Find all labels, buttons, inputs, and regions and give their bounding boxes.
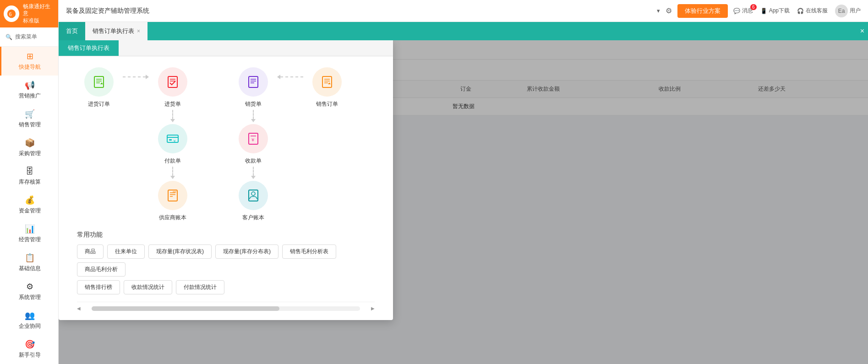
svg-rect-11: [169, 139, 172, 141]
system-dropdown-icon[interactable]: ▾: [657, 7, 660, 14]
message-icon: 💬: [733, 8, 740, 14]
message-badge: 6: [750, 4, 757, 10]
btn-sales-profit-analysis[interactable]: 销售毛利分析表: [282, 244, 336, 259]
sidebar-logo: 6 畅康通好生意 标准版: [0, 0, 58, 27]
operations-icon: 📊: [25, 224, 35, 234]
btn-product[interactable]: 商品: [77, 244, 104, 259]
sales-icon: 🛒: [25, 109, 35, 119]
svg-text:￥: ￥: [173, 139, 176, 143]
quick-guide-modal: 销售订单执行表: [59, 40, 393, 320]
overlay[interactable]: 销售订单执行表: [59, 40, 868, 364]
customer-ledger-icon: [239, 181, 268, 210]
modal-tab-active[interactable]: 销售订单执行表: [59, 40, 119, 56]
flow-node-purchase-order: 进货订单: [84, 67, 114, 108]
svg-rect-27: [322, 76, 332, 87]
svg-point-26: [251, 192, 255, 196]
svg-text:￥: ￥: [251, 137, 255, 142]
tab-close-icon[interactable]: ×: [137, 28, 140, 34]
top-header: 装备及固定资产辅助管理系统 ▾ ⚙ 体验行业方案 💬 消息 6 📱 App下载 …: [59, 0, 868, 22]
tab-sales-order[interactable]: 销售订单执行表 ×: [85, 22, 147, 40]
sale-bill-icon: [239, 67, 268, 97]
modal-body: 进货订单: [59, 56, 393, 320]
flow-diagram: 进货订单: [77, 67, 375, 222]
arrow-receipt-down: [251, 167, 256, 179]
user-action[interactable]: Ea 用户: [835, 5, 861, 17]
receipt-icon: ￥: [239, 124, 268, 153]
purchase-order-icon: [84, 67, 114, 97]
svg-rect-17: [173, 191, 176, 193]
newbie-icon: 🎯: [25, 339, 35, 349]
sidebar-item-inventory[interactable]: 🗄 库存核算: [0, 162, 58, 190]
common-buttons-row2: 销售排行榜 收款情况统计 付款情况统计: [77, 280, 375, 294]
arrow-payment-down: [170, 167, 175, 179]
sidebar-item-sales[interactable]: 🛒 销售管理: [0, 104, 58, 133]
flow-node-purchase-bill: 进货单: [158, 67, 187, 108]
tab-home[interactable]: 首页: [59, 22, 85, 40]
service-icon: 🎧: [797, 8, 804, 14]
tab-bar: 首页 销售订单执行表 × ×: [59, 22, 868, 40]
search-icon: 🔍: [5, 34, 12, 40]
btn-stock-distribution[interactable]: 现存量(库存分布表): [215, 244, 278, 259]
btn-sales-ranking[interactable]: 销售排行榜: [77, 280, 120, 294]
logo-text: 畅康通好生意 标准版: [23, 3, 55, 25]
sidebar-item-finance[interactable]: 💰 资金管理: [0, 190, 58, 219]
online-service-action[interactable]: 🎧 在线客服: [797, 7, 828, 15]
page-content: ❓ 帮助 🖨 按模板打印 ▾ 📤 导出 🔄 刷新: [59, 40, 868, 364]
sidebar-item-newbie[interactable]: 🎯 新手引导: [0, 335, 58, 364]
common-functions: 常用功能 商品 往来单位 现存量(库存状况表) 现存量(库存分布表) 销售毛利分…: [77, 231, 375, 294]
sale-order-icon: [312, 67, 342, 97]
user-avatar: Ea: [835, 5, 848, 17]
logo-icon: 6: [4, 5, 19, 22]
tab-close-all-icon[interactable]: ×: [860, 27, 864, 35]
supplier-ledger-icon: [158, 181, 187, 210]
scroll-left-arrow[interactable]: ◀: [77, 306, 81, 311]
finance-icon: 💰: [25, 195, 35, 205]
search-menu-button[interactable]: 🔍 搜索菜单: [4, 31, 55, 43]
payment-icon: ￥: [158, 124, 187, 153]
download-icon: 📱: [760, 8, 767, 14]
sidebar-nav: ⊞ 快捷导航 📢 营销推广 🛒 销售管理 📦 采购管理 🗄 库存核算 💰: [0, 47, 58, 364]
marketing-icon: 📢: [25, 80, 35, 90]
svg-rect-2: [94, 76, 104, 87]
sidebar-search[interactable]: 🔍 搜索菜单: [0, 27, 58, 47]
flow-node-customer-ledger: 客户账本: [239, 181, 268, 222]
inventory-icon: 🗄: [26, 167, 34, 176]
sidebar-item-operations[interactable]: 📊 经营管理: [0, 219, 58, 248]
settings-icon[interactable]: ⚙: [666, 6, 672, 15]
sidebar-item-purchase[interactable]: 📦 采购管理: [0, 133, 58, 162]
sidebar-item-system[interactable]: ⚙ 系统管理: [0, 277, 58, 306]
flow-node-payment: ￥ 付款单: [158, 124, 187, 165]
scroll-track[interactable]: [92, 306, 360, 311]
btn-product-profit[interactable]: 商品毛利分析: [77, 262, 126, 277]
app-download-action[interactable]: 📱 App下载: [760, 7, 790, 15]
btn-payment-stats[interactable]: 付款情况统计: [176, 280, 224, 294]
sidebar-item-marketing[interactable]: 📢 营销推广: [0, 76, 58, 104]
sidebar: 6 畅康通好生意 标准版 🔍 搜索菜单 ⊞ 快捷导航 📢 营销推广 🛒: [0, 0, 59, 364]
main-content: 装备及固定资产辅助管理系统 ▾ ⚙ 体验行业方案 💬 消息 6 📱 App下载 …: [59, 0, 868, 364]
svg-rect-6: [168, 76, 177, 87]
flow-node-receipt: ￥ 收款单: [239, 124, 268, 165]
header-actions: 💬 消息 6 📱 App下载 🎧 在线客服 Ea 用户: [733, 5, 861, 17]
svg-rect-18: [249, 76, 258, 87]
flow-node-sale-bill: 销货单: [239, 67, 268, 108]
scroll-right-arrow[interactable]: ▶: [371, 306, 375, 311]
flow-node-sale-order: 销售订单: [312, 67, 342, 108]
trial-button[interactable]: 体验行业方案: [677, 4, 728, 18]
system-name: 装备及固定资产辅助管理系统: [66, 7, 651, 15]
sidebar-item-quick-nav[interactable]: ⊞ 快捷导航: [0, 47, 58, 76]
arrow-purchase-order-to-bill: [123, 75, 149, 79]
basic-icon: 📋: [25, 253, 35, 263]
btn-contacts[interactable]: 往来单位: [107, 244, 145, 259]
enterprise-icon: 👥: [25, 310, 35, 321]
arrow-sale-order-to-bill: [277, 75, 303, 79]
common-buttons-row1: 商品 往来单位 现存量(库存状况表) 现存量(库存分布表) 销售毛利分析表 商品…: [77, 244, 375, 277]
sidebar-item-basic[interactable]: 📋 基础信息: [0, 248, 58, 277]
sidebar-item-enterprise[interactable]: 👥 企业协同: [0, 306, 58, 335]
common-title: 常用功能: [77, 231, 375, 239]
btn-receipt-stats[interactable]: 收款情况统计: [124, 280, 172, 294]
quick-nav-icon: ⊞: [27, 51, 33, 61]
arrow-purchase-bill-down: [170, 110, 175, 122]
arrow-sale-bill-down: [251, 110, 256, 122]
btn-stock-status[interactable]: 现存量(库存状况表): [148, 244, 212, 259]
message-action[interactable]: 💬 消息 6: [733, 7, 753, 15]
